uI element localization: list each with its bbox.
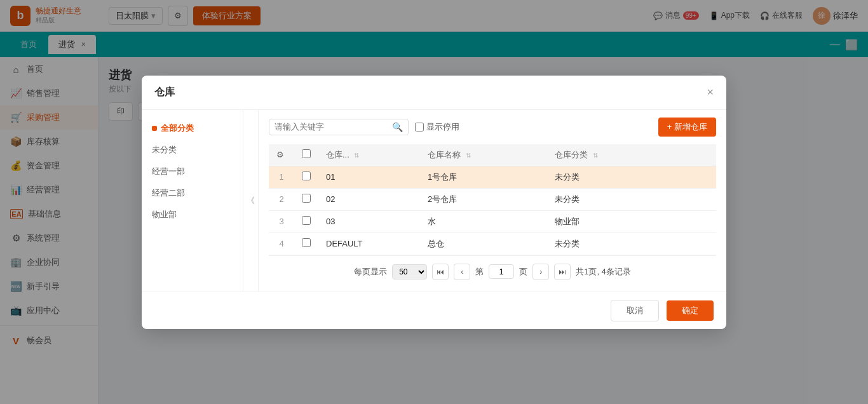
show-disabled-checkbox[interactable] <box>415 123 424 131</box>
sort-name-icon[interactable]: ⇅ <box>466 152 471 159</box>
row-checkbox-2[interactable] <box>302 194 311 203</box>
row-check-2[interactable] <box>294 188 318 210</box>
row-checkbox-1[interactable] <box>302 172 311 180</box>
search-input[interactable] <box>275 122 392 131</box>
select-all-checkbox[interactable] <box>302 149 311 158</box>
row-category-2: 未分类 <box>547 188 716 210</box>
th-category: 仓库分类 ⇅ <box>547 144 716 166</box>
row-code-3: 03 <box>318 210 420 232</box>
category-ops1-label: 经营一部 <box>152 166 185 176</box>
table-header: ⚙ 仓库... ⇅ 仓库名称 <box>269 144 716 166</box>
modal-overlay[interactable]: 仓库 × 全部分类 未分类 经营一部 经营二部 <box>0 0 868 404</box>
th-category-label: 仓库分类 <box>555 150 588 159</box>
modal-category-sidebar: 全部分类 未分类 经营一部 经营二部 物业部 <box>142 110 243 292</box>
category-all[interactable]: 全部分类 <box>142 118 243 139</box>
total-records: 共1页, 4条记录 <box>576 266 631 278</box>
page-label: 第 <box>475 266 484 278</box>
row-check-4[interactable] <box>294 232 318 255</box>
modal-title: 仓库 <box>154 86 175 99</box>
confirm-button[interactable]: 确定 <box>667 300 714 321</box>
last-page-icon: ⏭ <box>559 267 566 276</box>
category-ops2[interactable]: 经营二部 <box>142 182 243 204</box>
sort-category-icon[interactable]: ⇅ <box>593 152 598 159</box>
warehouse-modal: 仓库 × 全部分类 未分类 经营一部 经营二部 <box>142 76 726 329</box>
modal-header: 仓库 × <box>142 76 726 110</box>
show-disabled-label[interactable]: 显示停用 <box>415 121 459 133</box>
row-check-1[interactable] <box>294 166 318 188</box>
th-name-label: 仓库名称 <box>428 150 461 159</box>
category-unclassified[interactable]: 未分类 <box>142 139 243 161</box>
category-unclassified-label: 未分类 <box>152 145 177 154</box>
row-num-2: 2 <box>269 188 294 210</box>
table-body: 1 01 1号仓库 未分类 2 02 2号仓库 <box>269 166 716 255</box>
per-page-label: 每页显示 <box>354 266 387 278</box>
sidebar-collapse-button[interactable]: 《 <box>243 110 259 292</box>
prev-page-icon: ‹ <box>461 267 463 276</box>
table-row[interactable]: 3 03 水 物业部 <box>269 210 716 232</box>
category-ops2-label: 经营二部 <box>152 188 185 198</box>
th-name: 仓库名称 ⇅ <box>420 144 547 166</box>
row-num-1: 1 <box>269 166 294 188</box>
category-property-label: 物业部 <box>152 210 177 219</box>
page-number-input[interactable] <box>489 264 514 279</box>
modal-footer: 取消 确定 <box>142 292 726 329</box>
row-num-3: 3 <box>269 210 294 232</box>
sort-code-icon[interactable]: ⇅ <box>354 152 359 159</box>
show-disabled-text: 显示停用 <box>426 121 459 133</box>
row-name-4: 总仓 <box>420 232 547 255</box>
row-num-4: 4 <box>269 232 294 255</box>
row-name-1: 1号仓库 <box>420 166 547 188</box>
th-gear-icon: ⚙ <box>276 150 284 159</box>
add-warehouse-button[interactable]: + 新增仓库 <box>658 118 716 137</box>
first-page-button[interactable]: ⏮ <box>432 264 449 280</box>
row-code-2: 02 <box>318 188 420 210</box>
search-input-wrap[interactable]: 🔍 <box>269 119 409 135</box>
row-code-4: DEFAULT <box>318 232 420 255</box>
th-checkbox <box>294 144 318 166</box>
first-page-icon: ⏮ <box>437 267 444 276</box>
th-code: 仓库... ⇅ <box>318 144 420 166</box>
cancel-button[interactable]: 取消 <box>611 300 659 321</box>
search-icon[interactable]: 🔍 <box>392 122 403 132</box>
row-category-3: 物业部 <box>547 210 716 232</box>
collapse-icon: 《 <box>247 195 255 206</box>
last-page-button[interactable]: ⏭ <box>554 264 571 280</box>
warehouse-table-scroll: ⚙ 仓库... ⇅ 仓库名称 <box>269 144 716 255</box>
table-row[interactable]: 1 01 1号仓库 未分类 <box>269 166 716 188</box>
table-row[interactable]: 2 02 2号仓库 未分类 <box>269 188 716 210</box>
prev-page-button[interactable]: ‹ <box>454 264 470 280</box>
table-row[interactable]: 4 DEFAULT 总仓 未分类 <box>269 232 716 255</box>
row-code-1: 01 <box>318 166 420 188</box>
modal-body: 全部分类 未分类 经营一部 经营二部 物业部 《 <box>142 110 726 292</box>
th-code-label: 仓库... <box>326 150 349 159</box>
category-property[interactable]: 物业部 <box>142 204 243 226</box>
warehouse-table: ⚙ 仓库... ⇅ 仓库名称 <box>269 144 716 255</box>
next-page-button[interactable]: › <box>532 264 549 280</box>
category-all-label: 全部分类 <box>161 123 194 134</box>
page-suffix: 页 <box>519 266 527 278</box>
category-dot-icon <box>152 126 157 131</box>
row-name-3: 水 <box>420 210 547 232</box>
modal-close-button[interactable]: × <box>707 86 714 99</box>
th-gear: ⚙ <box>269 144 294 166</box>
row-category-4: 未分类 <box>547 232 716 255</box>
modal-toolbar: 🔍 显示停用 + 新增仓库 <box>269 118 716 137</box>
pagination: 每页显示 10 20 50 100 ⏮ ‹ 第 页 <box>269 255 716 284</box>
row-check-3[interactable] <box>294 210 318 232</box>
modal-main-content: 🔍 显示停用 + 新增仓库 ⚙ <box>259 110 726 292</box>
category-ops1[interactable]: 经营一部 <box>142 161 243 182</box>
row-category-1: 未分类 <box>547 166 716 188</box>
row-checkbox-4[interactable] <box>302 238 311 247</box>
next-page-icon: › <box>539 267 542 276</box>
per-page-select[interactable]: 10 20 50 100 <box>392 264 427 279</box>
row-checkbox-3[interactable] <box>302 216 311 225</box>
row-name-2: 2号仓库 <box>420 188 547 210</box>
